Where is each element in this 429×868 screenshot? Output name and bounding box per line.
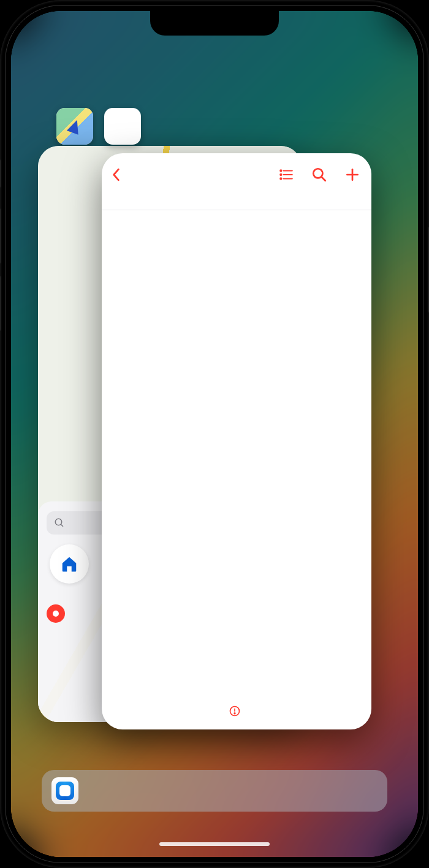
svg-point-5 [280,170,281,171]
maps-app-icon[interactable] [56,108,93,145]
search-icon [54,517,65,528]
calendar-bottom-bar [102,695,371,729]
list-icon [278,167,294,183]
home-icon [60,555,78,573]
app-card-calendar[interactable] [102,153,371,729]
chevron-left-icon [110,168,121,181]
mute-switch [0,159,1,188]
plus-icon [344,167,360,183]
add-event-button[interactable] [344,167,360,183]
pin-icon [47,604,65,623]
back-button[interactable] [110,168,123,181]
handoff-banner[interactable] [42,770,387,812]
calendar-app-icon[interactable] [104,108,141,145]
calendar-card-header [104,108,150,145]
volume-down-button [0,276,1,331]
svg-line-1 [61,524,63,527]
svg-point-7 [280,178,281,179]
favorite-home[interactable] [47,544,92,593]
day-timeline[interactable] [102,210,371,695]
list-view-button[interactable] [278,167,294,183]
volume-up-button [0,208,1,264]
search-icon [311,167,327,183]
device-frame [0,0,429,868]
svg-point-6 [280,174,281,175]
safari-icon [51,777,78,804]
screen [11,11,418,857]
svg-point-14 [234,713,235,714]
full-date-label [102,191,371,210]
calendar-toolbar [102,153,371,191]
app-switcher[interactable] [11,11,418,857]
notch [150,11,279,36]
calendars-button[interactable] [229,705,245,717]
svg-line-9 [322,177,325,181]
search-button[interactable] [311,167,327,183]
alert-circle-icon [229,705,241,717]
svg-point-0 [55,519,62,525]
home-indicator[interactable] [159,842,270,846]
